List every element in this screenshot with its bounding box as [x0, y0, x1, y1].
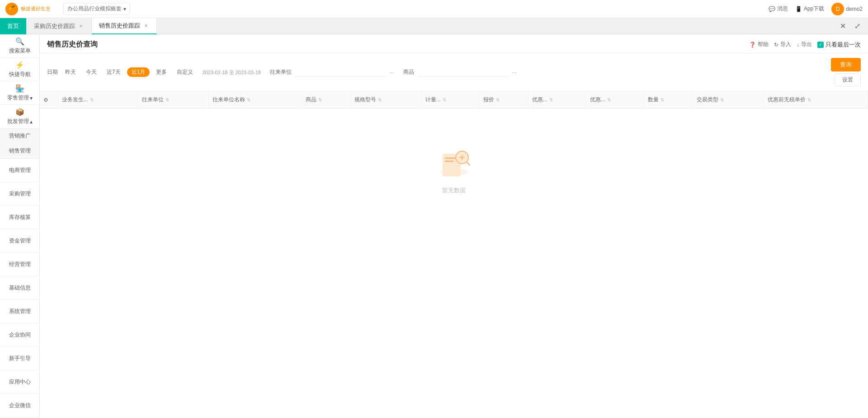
date-btn-last7days[interactable]: 近7天	[103, 67, 124, 77]
account-label: 办公用品行业模拟账套	[67, 5, 122, 13]
th-biz-date[interactable]: 业务发生... ⇅	[58, 91, 138, 109]
partner-input[interactable]	[295, 68, 386, 76]
date-btn-today[interactable]: 今天	[82, 67, 100, 77]
sidebar-item-purchase-mgmt[interactable]: 采购管理	[0, 182, 39, 206]
close-window-btn[interactable]: ✕	[837, 21, 848, 32]
sidebar-item-enterprise-wechat[interactable]: 企业微信	[0, 394, 39, 418]
query-button[interactable]: 查询	[831, 58, 861, 71]
th-biz-date-label: 业务发生...	[62, 96, 88, 104]
close-purchase-history-tab[interactable]: ×	[78, 23, 84, 29]
help-action[interactable]: ❓ 帮助	[749, 41, 769, 48]
product-filter-label: 商品	[403, 68, 414, 76]
user-area[interactable]: D demo2	[831, 3, 863, 15]
date-btn-1month[interactable]: 近1月	[127, 67, 150, 77]
date-filter-group: 日期 昨天 今天 近7天 近1月 更多 自定义 2023-02-18 至 202…	[47, 67, 261, 77]
main-layout: 🔍 搜索菜单 ⚡ 快捷导航 🏪 零售管理 ▾ 📦 批发管理 ▴ 营销推广	[0, 34, 868, 418]
account-selector[interactable]: 办公用品行业模拟账套 ▾	[63, 3, 130, 15]
sales-history-tab-label: 销售历史价跟踪	[99, 22, 140, 30]
message-icon: 💬	[769, 6, 775, 12]
sidebar-item-basic-info[interactable]: 基础信息	[0, 276, 39, 300]
sort-icon-unit: ⇅	[443, 97, 446, 102]
date-options: 昨天 今天 近7天 近1月 更多 自定义	[61, 67, 197, 77]
partner-dots[interactable]: ···	[389, 69, 394, 76]
table-container: ⚙ 业务发生... ⇅ 往来单位 ⇅	[40, 91, 868, 418]
sidebar-item-operations-mgmt[interactable]: 经营管理	[0, 253, 39, 276]
tab-actions: ✕ ⤢	[837, 21, 868, 32]
sidebar-item-search-menu[interactable]: 🔍 搜索菜单	[0, 34, 39, 58]
sidebar-item-wholesale-mgmt[interactable]: 📦 批发管理 ▴	[0, 105, 39, 128]
product-dots[interactable]: ···	[512, 69, 517, 76]
only-last-checkbox[interactable]: ✓ 只看最后一次	[817, 41, 861, 49]
product-input[interactable]	[418, 68, 508, 76]
maximize-btn[interactable]: ⤢	[852, 21, 863, 32]
finance-mgmt-label: 资金管理	[9, 237, 31, 245]
sort-icon-discount1: ⇅	[549, 97, 553, 102]
sidebar-sub-marketing[interactable]: 营销推广	[0, 128, 39, 143]
quick-nav-label: 快捷导航	[9, 71, 31, 78]
th-settings[interactable]: ⚙	[40, 91, 58, 109]
date-btn-more[interactable]: 更多	[152, 67, 170, 77]
date-btn-custom[interactable]: 自定义	[173, 67, 197, 77]
th-trade-type-label: 交易类型	[697, 96, 718, 104]
th-product[interactable]: 商品 ⇅	[302, 91, 350, 109]
th-pre-tax-price[interactable]: 优惠前无税单价 ⇅	[764, 91, 868, 109]
new-guide-label: 新手引导	[9, 355, 31, 362]
app-download-action[interactable]: 📱 App下载	[795, 5, 824, 13]
tab-home[interactable]: 首页	[0, 18, 27, 34]
export-action[interactable]: ↓ 导出	[797, 41, 812, 48]
th-discount1-label: 优惠...	[532, 96, 547, 104]
sidebar-item-finance-mgmt[interactable]: 资金管理	[0, 229, 39, 253]
logo-text: 畅捷通好生意	[21, 5, 51, 12]
tab-purchase-history[interactable]: 采购历史价跟踪 ×	[27, 18, 92, 34]
product-filter-group: 商品 ···	[403, 68, 517, 76]
sales-mgmt-label: 销售管理	[9, 147, 31, 154]
help-icon: ❓	[749, 42, 756, 48]
sidebar-item-new-guide[interactable]: 新手引导	[0, 347, 39, 370]
date-filter-label: 日期	[47, 68, 58, 76]
filter-right: 查询 设置	[831, 58, 861, 86]
sidebar-item-ecommerce-mgmt[interactable]: 电商管理	[0, 159, 39, 182]
sidebar: 🔍 搜索菜单 ⚡ 快捷导航 🏪 零售管理 ▾ 📦 批发管理 ▴ 营销推广	[0, 34, 40, 418]
th-discount2[interactable]: 优惠... ⇅	[586, 91, 644, 109]
sidebar-item-quick-nav[interactable]: ⚡ 快捷导航	[0, 58, 39, 81]
date-btn-yesterday[interactable]: 昨天	[61, 67, 80, 77]
th-quantity[interactable]: 数量 ⇅	[644, 91, 693, 109]
avatar: D	[831, 3, 844, 15]
sidebar-item-enterprise-collab[interactable]: 企业协同	[0, 323, 39, 347]
sidebar-item-inventory[interactable]: 库存核算	[0, 206, 39, 229]
th-quantity-label: 数量	[648, 96, 659, 104]
th-discount1[interactable]: 优惠... ⇅	[528, 91, 586, 109]
close-sales-history-tab[interactable]: ×	[143, 23, 149, 29]
basic-info-label: 基础信息	[9, 284, 31, 292]
message-action[interactable]: 💬 消息	[769, 5, 788, 13]
th-spec[interactable]: 规格型号 ⇅	[350, 91, 421, 109]
import-action[interactable]: ↻ 导入	[774, 41, 791, 48]
sidebar-item-app-center[interactable]: 应用中心	[0, 370, 39, 394]
th-partner-name[interactable]: 往来单位名称 ⇅	[209, 91, 302, 109]
retail-mgmt-with-arrow: 零售管理 ▾	[7, 94, 33, 102]
th-partner-id[interactable]: 往来单位 ⇅	[138, 91, 209, 109]
export-label: 导出	[801, 41, 812, 48]
th-unit-label: 计量...	[425, 96, 441, 104]
wholesale-mgmt-label: 批发管理	[7, 118, 29, 125]
sidebar-item-retail-mgmt[interactable]: 🏪 零售管理 ▾	[0, 81, 39, 105]
export-icon: ↓	[797, 42, 799, 48]
sidebar-sub-sales-mgmt[interactable]: 销售管理	[0, 143, 39, 158]
th-pre-tax-price-label: 优惠前无税单价	[768, 96, 806, 104]
sidebar-item-system-mgmt[interactable]: 系统管理	[0, 300, 39, 323]
help-label: 帮助	[758, 41, 769, 48]
only-last-label: 只看最后一次	[826, 41, 861, 49]
date-range-text: 2023-02-18 至 2023-03-18	[202, 70, 261, 75]
th-quote[interactable]: 报价 ⇅	[479, 91, 528, 109]
logo-area: 🍊 畅捷通好生意	[5, 3, 51, 15]
tab-sales-history[interactable]: 销售历史价跟踪 ×	[92, 18, 157, 34]
th-unit[interactable]: 计量... ⇅	[421, 91, 479, 109]
logo-icon: 🍊	[5, 3, 18, 15]
th-product-label: 商品	[306, 96, 316, 104]
filter-bar: 日期 昨天 今天 近7天 近1月 更多 自定义 2023-02-18 至 202…	[40, 53, 868, 91]
page-actions: ❓ 帮助 ↻ 导入 ↓ 导出 ✓ 只看最后一次	[749, 41, 861, 49]
setting-button[interactable]: 设置	[835, 73, 861, 86]
sort-icon-partner-id: ⇅	[165, 97, 169, 102]
th-trade-type[interactable]: 交易类型 ⇅	[693, 91, 764, 109]
tab-bar: 首页 采购历史价跟踪 × 销售历史价跟踪 × ✕ ⤢	[0, 18, 868, 34]
